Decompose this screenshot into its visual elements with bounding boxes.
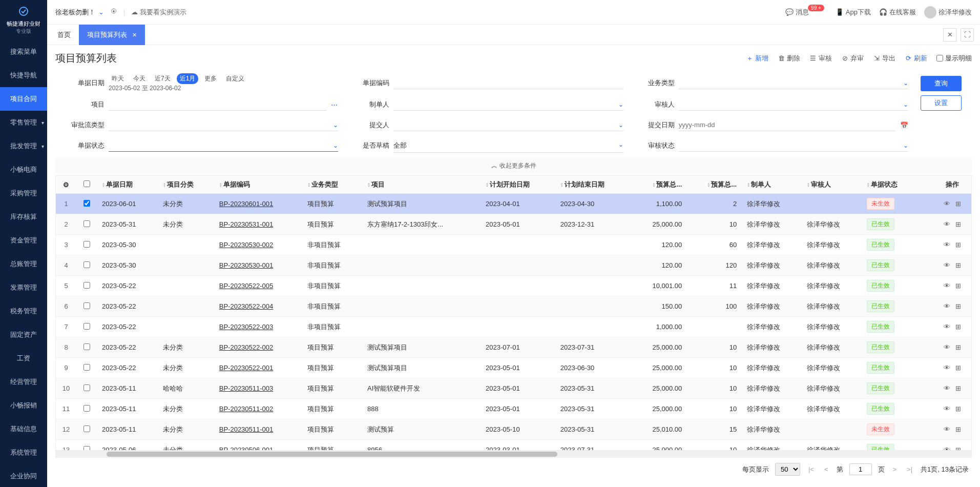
sidebar-item-1[interactable]: 零售管理▾	[0, 111, 47, 134]
creator-select[interactable]: ⌄	[393, 99, 623, 111]
row-checkbox[interactable]	[84, 220, 90, 227]
table-row[interactable]: 32023-05-30BP-20230530-002非项目预算120.0060徐…	[56, 235, 971, 255]
doc-code-link[interactable]: BP-20230506-001	[219, 446, 274, 451]
more-icon[interactable]: ⊞	[955, 200, 961, 208]
search-button[interactable]: 查询	[921, 76, 962, 91]
doc-code-link[interactable]: BP-20230522-002	[219, 343, 274, 351]
doc-code-link[interactable]: BP-20230601-001	[219, 200, 274, 208]
approvestatus-select[interactable]: ⌄	[679, 140, 908, 152]
date-chip-0[interactable]: 昨天	[109, 73, 127, 84]
abandon-button[interactable]: ⊘弃审	[841, 54, 864, 63]
last-page-icon[interactable]: >|	[905, 465, 914, 473]
col-header-7[interactable]: ▲▼预算总...	[630, 176, 687, 194]
row-checkbox[interactable]	[84, 446, 90, 451]
row-checkbox[interactable]	[84, 302, 90, 309]
view-icon[interactable]: 👁	[944, 384, 950, 392]
org-selector[interactable]: 徐老板勿删！ ⌄	[55, 8, 104, 17]
sidebar-item-12[interactable]: 经营管理	[0, 370, 47, 394]
col-header-2[interactable]: ▲▼单据编码	[214, 176, 303, 194]
settings-button[interactable]: 设置	[921, 95, 962, 111]
table-row[interactable]: 22023-05-31未分类BP-20230531-001项目预算东方塞纳17-…	[56, 214, 971, 235]
sidebar-item-13[interactable]: 小畅报销	[0, 394, 47, 417]
row-checkbox[interactable]	[84, 261, 90, 268]
more-icon[interactable]: ⊞	[955, 384, 961, 392]
col-header-6[interactable]: ▲▼计划结束日期	[555, 176, 630, 194]
submitter-select[interactable]: ⌄	[393, 119, 623, 131]
more-icon[interactable]: ⊞	[955, 220, 961, 228]
table-row[interactable]: 92023-05-22未分类BP-20230522-001项目预算测试预算项目2…	[56, 358, 971, 378]
doc-code-link[interactable]: BP-20230530-002	[219, 241, 274, 249]
collapse-filters[interactable]: ︽ 收起更多条件	[55, 158, 972, 173]
doc-code-link[interactable]: BP-20230522-005	[219, 282, 274, 290]
more-icon[interactable]: ⊞	[955, 261, 961, 269]
row-checkbox[interactable]	[84, 384, 90, 391]
sidebar-item-2[interactable]: 批发管理▾	[0, 134, 47, 158]
page-number-input[interactable]	[849, 463, 872, 475]
horizontal-scrollbar[interactable]	[55, 451, 972, 458]
view-icon[interactable]: 👁	[944, 446, 950, 451]
add-button[interactable]: ＋新增	[746, 54, 768, 63]
support-button[interactable]: 🎧 在线客服	[879, 8, 916, 17]
doc-code-link[interactable]: BP-20230531-001	[219, 220, 274, 228]
sidebar-item-5[interactable]: 库存核算	[0, 205, 47, 229]
delete-button[interactable]: 🗑删除	[778, 54, 800, 63]
sidebar-item-16[interactable]: 企业协同	[0, 464, 47, 487]
col-header-11[interactable]: ▲▼单据状态	[862, 176, 918, 194]
docno-input[interactable]	[393, 77, 623, 89]
more-icon[interactable]: ⊞	[955, 282, 961, 290]
messages-button[interactable]: 💬 消息 99 +	[785, 8, 827, 17]
doc-code-link[interactable]: BP-20230511-002	[219, 405, 274, 413]
biztype-select[interactable]: ⌄	[679, 77, 908, 89]
page-size-select[interactable]: 50	[775, 463, 800, 476]
sidebar-quicknav[interactable]: 快捷导航	[0, 64, 47, 87]
col-header-1[interactable]: ▲▼项目分类	[158, 176, 214, 194]
submitdate-input[interactable]	[679, 119, 896, 131]
date-chip-4[interactable]: 更多	[201, 73, 220, 84]
view-icon[interactable]: 👁	[944, 425, 950, 433]
fullscreen-icon[interactable]: ⛶	[961, 28, 974, 42]
col-header-0[interactable]: ▲▼单据日期	[97, 176, 158, 194]
doc-code-link[interactable]: BP-20230511-001	[219, 425, 274, 433]
row-checkbox[interactable]	[84, 282, 90, 289]
col-header-3[interactable]: ▲▼业务类型	[302, 176, 362, 194]
row-checkbox[interactable]	[84, 405, 90, 412]
table-row[interactable]: 62023-05-22BP-20230522-004非项目预算150.00100…	[56, 296, 971, 317]
row-checkbox[interactable]	[84, 323, 90, 330]
date-chip-5[interactable]: 自定义	[223, 73, 247, 84]
date-chip-1[interactable]: 今天	[130, 73, 149, 84]
tab-home[interactable]: 首页	[49, 25, 79, 45]
close-all-icon[interactable]: ✕	[943, 28, 956, 42]
doc-code-link[interactable]: BP-20230522-003	[219, 323, 274, 331]
approve-button[interactable]: ☰审核	[809, 54, 832, 63]
row-checkbox[interactable]	[84, 241, 90, 248]
export-button[interactable]: ⇲导出	[873, 54, 895, 63]
more-icon[interactable]: ⊞	[955, 343, 961, 351]
col-header-8[interactable]: ▲▼预算总...	[687, 176, 742, 194]
col-header-4[interactable]: ▲▼项目	[362, 176, 481, 194]
sidebar-item-14[interactable]: 基础信息	[0, 417, 47, 441]
table-row[interactable]: 102023-05-11哈哈哈BP-20230511-003项目预算AI智能软硬…	[56, 378, 971, 399]
row-checkbox[interactable]	[84, 200, 90, 207]
more-icon[interactable]: ⊞	[955, 446, 961, 451]
table-row[interactable]: 122023-05-11未分类BP-20230511-001项目预算测试预算20…	[56, 419, 971, 440]
sidebar-item-3[interactable]: 小畅电商	[0, 158, 47, 181]
sidebar-item-10[interactable]: 固定资产	[0, 323, 47, 347]
sidebar-item-0[interactable]: 项目合同	[0, 87, 47, 111]
table-row[interactable]: 52023-05-22BP-20230522-005非项目预算10,001.00…	[56, 276, 971, 296]
table-row[interactable]: 132023-05-06未分类BP-20230506-001项目预算895620…	[56, 440, 971, 451]
show-detail-toggle[interactable]: 显示明细	[936, 54, 972, 63]
doc-code-link[interactable]: BP-20230522-001	[219, 364, 274, 372]
prev-page-icon[interactable]: <	[822, 465, 830, 473]
view-icon[interactable]: 👁	[944, 364, 950, 372]
view-icon[interactable]: 👁	[944, 282, 950, 290]
sidebar-search[interactable]: 搜索菜单	[0, 40, 47, 64]
view-icon[interactable]: 👁	[944, 343, 950, 351]
sidebar-item-15[interactable]: 系统管理	[0, 441, 47, 464]
sidebar-item-6[interactable]: 资金管理	[0, 229, 47, 252]
sidebar-item-8[interactable]: 发票管理	[0, 276, 47, 299]
more-icon[interactable]: ⊞	[955, 405, 961, 413]
row-checkbox[interactable]	[84, 364, 90, 371]
sidebar-item-11[interactable]: 工资	[0, 347, 47, 370]
column-settings-icon[interactable]: ⚙	[56, 176, 76, 194]
flowtype-select[interactable]: ⌄	[109, 119, 338, 131]
